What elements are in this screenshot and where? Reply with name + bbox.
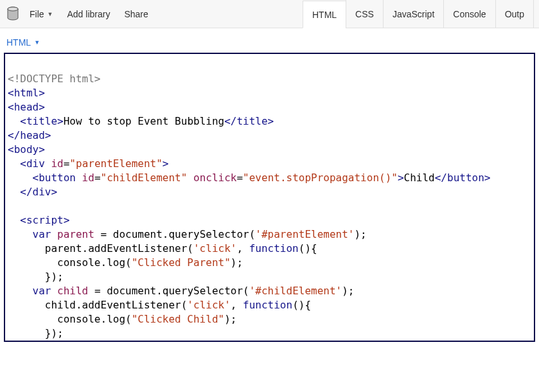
top-toolbar: File▼ Add library Share HTML CSS JavaScr… [0, 0, 539, 28]
add-library-menu[interactable]: Add library [67, 9, 110, 19]
add-library-label: Add library [67, 9, 110, 19]
editor-sub-bar: HTML▼ [0, 28, 539, 53]
svg-point-1 [8, 7, 18, 11]
tab-html[interactable]: HTML [303, 1, 346, 28]
editor-language-dropdown[interactable]: HTML▼ [6, 37, 40, 48]
tab-console[interactable]: Console [443, 0, 495, 28]
tab-output[interactable]: Outp [495, 0, 534, 28]
code-content: <!DOCTYPE html> <html> <head> <title>How… [5, 54, 534, 342]
file-menu-label: File [30, 9, 44, 19]
tab-css[interactable]: CSS [346, 0, 383, 28]
share-label: Share [124, 9, 148, 19]
editor-language-label: HTML [6, 37, 31, 48]
jsbin-logo-icon[interactable] [5, 6, 21, 22]
chevron-down-icon: ▼ [34, 39, 40, 46]
code-editor[interactable]: <!DOCTYPE html> <html> <head> <title>How… [4, 53, 535, 342]
panel-tabs: HTML CSS JavaScript Console Outp [303, 0, 534, 28]
tab-javascript[interactable]: JavaScript [383, 0, 443, 28]
share-menu[interactable]: Share [124, 9, 148, 19]
chevron-down-icon: ▼ [48, 11, 53, 17]
file-menu[interactable]: File▼ [30, 9, 53, 19]
